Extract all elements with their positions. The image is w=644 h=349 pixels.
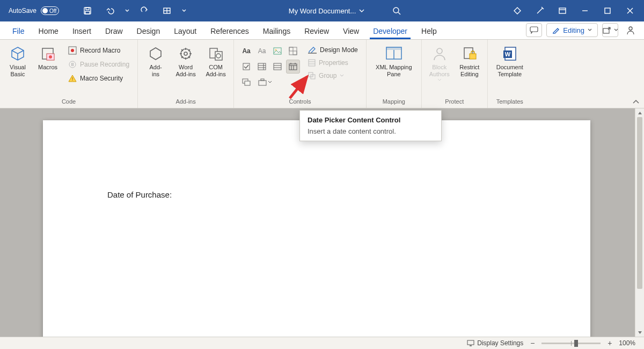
design-mode-button[interactable]: Design Mode	[304, 44, 362, 56]
restrict-editing-button[interactable]: Restrict Editing	[455, 42, 484, 81]
macros-button[interactable]: Macros	[33, 42, 62, 74]
person-icon	[626, 25, 635, 35]
tab-review[interactable]: Review	[297, 23, 336, 39]
zoom-slider[interactable]	[541, 343, 601, 344]
picture-control-button[interactable]	[270, 44, 284, 58]
repeat-icon	[242, 78, 251, 86]
maximize-button[interactable]	[597, 0, 618, 21]
save-button[interactable]	[77, 0, 98, 21]
svg-point-22	[49, 55, 52, 59]
word-addins-button[interactable]: Word Add-ins	[171, 42, 200, 81]
editing-mode-button[interactable]: Editing	[546, 23, 598, 37]
minimize-button[interactable]	[574, 0, 596, 21]
share-button[interactable]	[602, 23, 618, 37]
word-template-icon: W	[501, 45, 519, 63]
workspace: Date of Purchase:	[0, 108, 644, 337]
tab-layout[interactable]: Layout	[167, 23, 203, 39]
addins-button[interactable]: Add- ins	[141, 42, 170, 81]
comments-button[interactable]	[526, 23, 542, 37]
svg-text:W: W	[505, 51, 511, 57]
tooltip: Date Picker Content Control Insert a dat…	[299, 110, 442, 141]
tab-home[interactable]: Home	[32, 23, 65, 39]
zoom-in-button[interactable]: +	[605, 338, 614, 348]
search-button[interactable]	[386, 0, 407, 21]
ribbon-display-button[interactable]	[552, 0, 573, 21]
undo-button[interactable]	[99, 0, 121, 21]
svg-rect-64	[386, 47, 401, 50]
redo-button[interactable]	[134, 0, 155, 21]
chevron-down-icon	[588, 28, 592, 32]
record-icon	[68, 46, 77, 55]
qat-customize-button[interactable]	[156, 0, 178, 21]
account-button[interactable]	[623, 23, 639, 37]
record-macro-button[interactable]: Record Macro	[64, 44, 133, 57]
visual-basic-button[interactable]: Visual Basic	[3, 42, 32, 81]
combo-icon	[258, 63, 266, 70]
group-label: Add-ins	[175, 97, 195, 107]
search-icon	[392, 6, 401, 15]
building-block-icon	[289, 47, 297, 55]
zoom-out-button[interactable]: −	[528, 338, 537, 348]
com-addins-button[interactable]: COM Add-ins	[201, 42, 230, 81]
autosave-label: AutoSave	[9, 7, 36, 14]
maximize-icon	[604, 7, 611, 14]
dropdown-list-control-button[interactable]	[270, 60, 284, 74]
display-settings-button[interactable]: Display Settings	[463, 339, 528, 347]
title-bar: AutoSave Off My Word Document...	[0, 0, 644, 21]
chevron-down-icon	[437, 78, 442, 82]
building-block-control-button[interactable]	[286, 44, 300, 58]
document-title[interactable]: My Word Document...	[289, 7, 364, 15]
tooltip-title: Date Picker Content Control	[308, 116, 434, 124]
legacy-tools-button[interactable]	[255, 75, 275, 89]
vertical-scrollbar[interactable]	[635, 108, 644, 337]
dropdown-icon	[273, 63, 282, 70]
tab-design[interactable]: Design	[130, 23, 167, 39]
diamond-button[interactable]	[507, 0, 528, 21]
tab-insert[interactable]: Insert	[65, 23, 98, 39]
tab-help[interactable]: Help	[414, 23, 444, 39]
svg-line-10	[543, 8, 544, 9]
save-icon	[83, 6, 92, 15]
checkbox-control-button[interactable]	[239, 60, 253, 74]
date-picker-control-button[interactable]	[286, 60, 300, 74]
wand-button[interactable]	[529, 0, 551, 21]
scroll-thumb[interactable]	[637, 117, 642, 289]
svg-rect-58	[309, 60, 315, 66]
combo-box-control-button[interactable]	[255, 60, 269, 74]
tab-file[interactable]: File	[5, 23, 32, 39]
triangle-down-icon	[638, 330, 642, 335]
design-mode-icon	[308, 46, 317, 54]
tab-view[interactable]: View	[336, 23, 366, 39]
group-label: Templates	[496, 97, 523, 107]
document-page[interactable]: Date of Purchase:	[43, 120, 590, 337]
tab-draw[interactable]: Draw	[98, 23, 130, 39]
macro-security-button[interactable]: ! Macro Security	[64, 72, 133, 85]
scroll-up-button[interactable]	[635, 108, 644, 117]
rich-text-control-button[interactable]: Aa	[239, 44, 253, 58]
tab-developer[interactable]: Developer	[366, 23, 414, 39]
undo-dropdown[interactable]	[122, 0, 133, 21]
zoom-level[interactable]: 100%	[614, 339, 640, 347]
scroll-down-button[interactable]	[635, 328, 644, 337]
repeating-section-control-button[interactable]	[239, 75, 253, 89]
plain-text-control-button[interactable]: Aa	[255, 44, 269, 58]
autosave-toggle[interactable]: AutoSave Off	[3, 6, 76, 15]
xml-mapping-button[interactable]: XML Mapping Pane	[370, 42, 418, 81]
pause-recording-button: Pause Recording	[64, 58, 133, 71]
zoom-thumb[interactable]	[574, 340, 578, 347]
collapse-ribbon-button[interactable]	[632, 98, 640, 106]
pencil-icon	[552, 26, 560, 34]
svg-rect-57	[308, 53, 317, 54]
tab-references[interactable]: References	[203, 23, 256, 39]
svg-point-25	[69, 61, 76, 68]
qat-dropdown[interactable]	[179, 0, 189, 21]
document-template-button[interactable]: W Document Template	[491, 42, 529, 81]
svg-point-24	[71, 49, 74, 52]
svg-rect-44	[274, 63, 281, 70]
xml-pane-icon	[385, 45, 403, 63]
close-button[interactable]	[619, 0, 641, 21]
undo-icon	[105, 6, 115, 15]
tab-mailings[interactable]: Mailings	[256, 23, 297, 39]
svg-point-30	[184, 52, 187, 55]
svg-rect-37	[289, 47, 293, 51]
